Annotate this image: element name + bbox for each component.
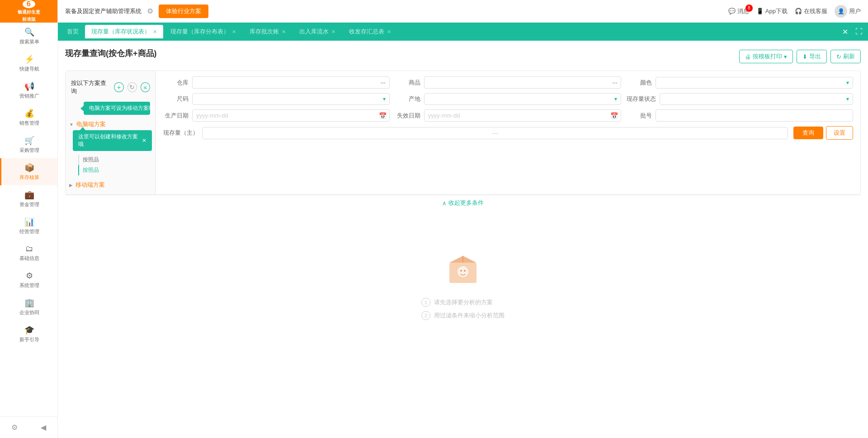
add-scheme-btn[interactable]: +	[114, 82, 123, 92]
sub-item-label: 按照品	[83, 156, 99, 163]
scheme-pc-item[interactable]: ▼ 电脑端方案	[66, 118, 156, 130]
lightning-icon: ⚡	[24, 54, 34, 64]
sidebar-item-purchase[interactable]: 🛒 采购管理	[0, 131, 57, 158]
tab-inventory-dist[interactable]: 现存量（库存分布表） ✕	[164, 25, 242, 38]
building-icon: 🏢	[24, 298, 34, 308]
export-btn[interactable]: ⬇ 导出	[797, 50, 827, 63]
filter-field-stock-main: 现存量（主） —	[163, 127, 788, 139]
origin-chevron-icon: ▾	[614, 96, 617, 102]
back-scheme-btn[interactable]: «	[141, 82, 150, 92]
tooltip2-popup: 这里可以创建和修改方案哦 ✕	[73, 130, 152, 151]
tab-inventory-status[interactable]: 现存量（库存状况表） ✕	[85, 25, 163, 38]
user-btn[interactable]: 👤 用户	[835, 5, 861, 18]
sidebar-item-inventory[interactable]: 📦 库存核算	[0, 158, 57, 185]
online-support-btn[interactable]: 🎧 在线客服	[795, 7, 827, 15]
refresh-btn[interactable]: ↻ 刷新	[830, 50, 861, 63]
tab-inout-close[interactable]: ✕	[331, 29, 335, 35]
tab-recv[interactable]: 收发存汇总表 ✕	[343, 25, 397, 38]
sidebar-item-guide[interactable]: 🎓 新手引导	[0, 320, 57, 348]
size-select[interactable]: ▾	[192, 93, 390, 105]
tab-close-all-icon[interactable]: ✕	[840, 26, 850, 38]
stock-main-max[interactable]	[501, 127, 788, 139]
sidebar-item-search[interactable]: 🔍 搜索菜单	[0, 23, 57, 50]
logo-name: 畅通好生意	[18, 9, 40, 15]
scheme-mobile-item[interactable]: ▶ 移动端方案	[66, 179, 156, 191]
app-download-btn[interactable]: 📱 App下载	[756, 7, 788, 15]
set-btn[interactable]: 设置	[826, 126, 853, 140]
sidebar-item-operations[interactable]: 📊 经营管理	[0, 212, 57, 240]
online-support-label: 在线客服	[804, 7, 827, 15]
export-icon: ⬇	[802, 53, 807, 60]
stock-status-select[interactable]: ▾	[660, 93, 853, 105]
print-btn[interactable]: 🖨 按模板打印 ▾	[739, 50, 793, 63]
settings-bottom-icon[interactable]: ⚙	[9, 421, 19, 433]
tooltip2-close[interactable]: ✕	[142, 137, 146, 144]
prod-date-calendar-icon[interactable]: 📅	[376, 112, 389, 119]
tab-inventory-dist-close[interactable]: ✕	[232, 29, 236, 35]
sidebar-bottom: ⚙ ◀	[0, 416, 57, 438]
tooltip1-text: 电脑方案可设为移动方案哦	[89, 104, 154, 112]
tab-inout[interactable]: 出入库流水 ✕	[293, 25, 342, 38]
filter-label: 按以下方案查询	[71, 79, 110, 95]
refresh-scheme-btn[interactable]: ↻	[127, 82, 137, 92]
step2-text: 用过滤条件来缩小分析范围	[434, 309, 505, 322]
filter-row-3: 生产日期 📅 失效日期 📅	[163, 109, 853, 122]
collapse-up-icon: ∧	[442, 200, 447, 207]
tab-batch-close[interactable]: ✕	[282, 29, 286, 35]
prod-date-start[interactable]	[193, 110, 376, 121]
sidebar-item-marketing[interactable]: 📢 营销推广	[0, 77, 57, 104]
trial-btn[interactable]: 体验行业方案	[159, 5, 208, 18]
sidebar-item-label: 库存核算	[19, 174, 39, 181]
collapse-bar[interactable]: ∧ 收起更多条件	[65, 195, 861, 211]
filter-container: 按以下方案查询 + ↻ « 电脑方案可设为移动方案哦 ✕ ▼	[65, 71, 861, 195]
topbar: 装备及固定资产辅助管理系统 ⚙ 体验行业方案 💬 消息 8 📱 App下载 🎧 …	[58, 0, 868, 23]
collapse-sidebar-icon[interactable]: ◀	[39, 421, 48, 433]
goods-select[interactable]: ···	[424, 76, 622, 89]
tab-batch[interactable]: 库存批次账 ✕	[243, 25, 292, 38]
avatar: 👤	[835, 5, 847, 18]
batch-input[interactable]	[656, 109, 853, 122]
tab-inventory-status-close[interactable]: ✕	[153, 29, 157, 35]
svg-point-3	[458, 266, 468, 277]
tab-recv-close[interactable]: ✕	[387, 29, 391, 35]
color-select[interactable]: ▾	[656, 77, 853, 89]
sidebar-item-system[interactable]: ⚙ 系统管理	[0, 266, 57, 293]
origin-select[interactable]: ▾	[424, 93, 622, 105]
tab-fullscreen-icon[interactable]: ⛶	[854, 26, 864, 38]
tab-home[interactable]: 首页	[61, 25, 84, 38]
stock-status-chevron-icon: ▾	[846, 96, 849, 102]
stock-main-min[interactable]	[203, 127, 490, 139]
scheme-sub-list: 按照品 按照品	[66, 155, 156, 175]
expire-date-start[interactable]	[425, 110, 608, 121]
tab-inventory-dist-label: 现存量（库存分布表）	[170, 28, 229, 36]
sidebar-item-label: 经营管理	[19, 228, 39, 235]
search-btn[interactable]: 查询	[793, 127, 823, 139]
page-header: 现存量查询(按仓库+商品) 🖨 按模板打印 ▾ ⬇ 导出 ↻ 刷新	[65, 48, 861, 65]
warehouse-dots: ···	[381, 79, 386, 86]
filter-field-stock-status: 现存量状态 ▾	[627, 93, 853, 105]
money-icon: 💰	[24, 108, 34, 118]
sidebar-item-label: 资金管理	[19, 201, 39, 208]
scheme-sub-item-1[interactable]: 按照品	[78, 155, 156, 165]
filter-row-2: 尺码 ▾ 产地 ▾	[163, 93, 853, 105]
topbar-settings-icon[interactable]: ⚙	[147, 7, 153, 15]
expire-date-calendar-icon[interactable]: 📅	[608, 112, 621, 119]
tooltip1-close[interactable]: ✕	[157, 105, 162, 112]
warehouse-select[interactable]: ···	[192, 76, 390, 89]
sidebar-item-basic[interactable]: 🗂 基础信息	[0, 240, 57, 266]
sidebar-item-sales[interactable]: 💰 销售管理	[0, 104, 57, 131]
empty-steps: 1 请先选择要分析的方案 2 用过滤条件来缩小分析范围	[421, 296, 505, 322]
tab-home-label: 首页	[67, 28, 79, 36]
sidebar-item-label: 快捷导航	[19, 66, 39, 72]
tooltip2-container: 这里可以创建和修改方案哦 ✕	[69, 130, 152, 151]
filter-header: 按以下方案查询 + ↻ «	[66, 75, 156, 97]
sidebar-item-label: 销售管理	[19, 120, 39, 127]
sidebar-item-enterprise[interactable]: 🏢 企业协同	[0, 293, 57, 320]
sidebar-item-finance[interactable]: 💼 资金管理	[0, 185, 57, 212]
filter-field-batch: 批号	[627, 109, 853, 122]
message-btn[interactable]: 💬 消息 8	[728, 7, 749, 15]
sidebar-item-quick[interactable]: ⚡ 快捷导航	[0, 50, 57, 77]
scheme-sub-item-2[interactable]: 按照品	[78, 165, 156, 175]
page-title: 现存量查询(按仓库+商品)	[65, 48, 157, 59]
svg-point-4	[460, 270, 462, 272]
